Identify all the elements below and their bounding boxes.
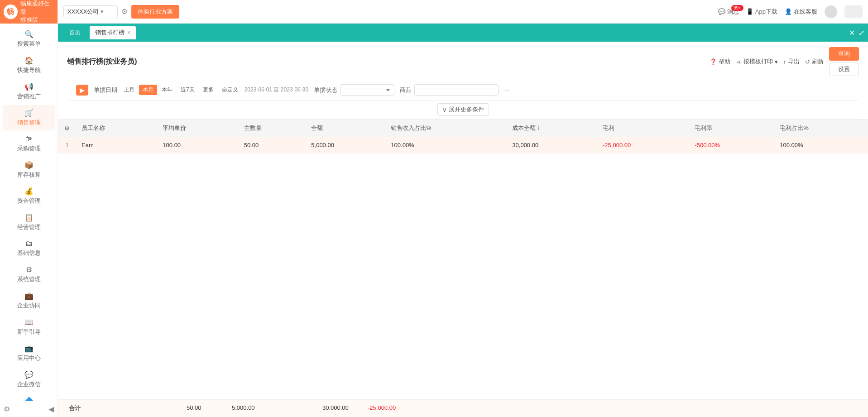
refresh-link[interactable]: ↺ 刷新 bbox=[805, 58, 824, 66]
page-content: 销售排行榜(按业务员) ❓ 帮助 🖨 按模板打印 ▾ ↑ 导出 bbox=[58, 42, 868, 417]
sidebar-item-label: 采购管理 bbox=[17, 144, 41, 153]
col-settings[interactable]: ⚙ bbox=[58, 120, 76, 137]
gross-rate-cell: -500.00% bbox=[689, 137, 774, 153]
sidebar-item-basicinfo[interactable]: 🗂 基础信息 bbox=[3, 236, 55, 261]
tab-sales-ranking[interactable]: 销售排行榜 × bbox=[90, 26, 136, 39]
sales-pct-cell: 100.00% bbox=[385, 137, 507, 153]
tabbar-right: ✕ ⤢ bbox=[849, 29, 864, 37]
app-download-label: App下载 bbox=[755, 8, 777, 16]
marketing-icon: 📢 bbox=[24, 82, 34, 91]
tab-home[interactable]: 首页 bbox=[62, 24, 88, 42]
col-gross-rate: 毛利率 bbox=[689, 120, 774, 137]
service-icon: 👤 bbox=[785, 8, 792, 15]
sidebar-item-member[interactable]: 🔷 畅会员 bbox=[3, 393, 55, 401]
table-header-row: ⚙ 员工名称 平均单价 主数量 全额 销售收入占比% 成本全额 ℹ 毛利 毛利率… bbox=[58, 120, 868, 137]
sidebar-item-guide[interactable]: 📖 新手引导 bbox=[3, 314, 55, 340]
date-tabs: 上月 本月 本年 近7天 更多 自定义 bbox=[120, 85, 242, 95]
status-select[interactable] bbox=[340, 84, 394, 96]
system-icon: ⚙ bbox=[26, 265, 32, 274]
print-icon: 🖨 bbox=[736, 58, 742, 65]
filter-tab-7days[interactable]: 近7天 bbox=[177, 85, 198, 95]
filter-tab-current-year[interactable]: 本年 bbox=[158, 85, 176, 95]
footer-cost: 30,000.00 bbox=[317, 404, 362, 412]
sidebar-item-label: 经营管理 bbox=[17, 223, 41, 231]
sidebar-item-management[interactable]: 📋 经营管理 bbox=[3, 210, 55, 235]
appstore-icon: 📺 bbox=[24, 344, 34, 353]
logo-icon: 畅 bbox=[4, 5, 18, 19]
phone-icon: 📱 bbox=[746, 8, 753, 15]
collapse-icon[interactable]: ◀ bbox=[48, 405, 54, 413]
filter-tab-custom[interactable]: 自定义 bbox=[218, 85, 242, 95]
guide-icon: 📖 bbox=[24, 318, 34, 326]
sidebar-item-label: 应用中心 bbox=[17, 354, 41, 362]
app-download-item[interactable]: 📱 App下载 bbox=[746, 8, 777, 16]
col-cost: 成本全额 ℹ bbox=[507, 120, 597, 137]
table-row: 1 Eam 100.00 50.00 5,000.00 100.00% 30,0… bbox=[58, 137, 868, 153]
sidebar-item-marketing[interactable]: 📢 营销推广 bbox=[3, 79, 55, 104]
setting-button[interactable]: 设置 bbox=[829, 62, 859, 76]
sidebar-item-enterprise[interactable]: 💼 企业协同 bbox=[3, 288, 55, 313]
avatar-text[interactable] bbox=[844, 5, 863, 18]
message-badge-item[interactable]: 💬 消息 99+ bbox=[718, 8, 739, 16]
basicinfo-icon: 🗂 bbox=[25, 240, 33, 248]
chevron-print-icon: ▾ bbox=[775, 58, 778, 65]
sidebar-item-label: 资金管理 bbox=[17, 197, 41, 205]
sidebar-item-quicknav[interactable]: 🏠 快捷导航 bbox=[3, 53, 55, 78]
col-main-qty: 主数量 bbox=[239, 120, 306, 137]
cost-info-icon[interactable]: ℹ bbox=[537, 125, 540, 131]
filter-bar: ▶ 单据日期 上月 本月 本年 近7天 更多 自定义 2023-06-01 至 … bbox=[67, 80, 859, 101]
col-avg-price: 平均单价 bbox=[157, 120, 238, 137]
help-link[interactable]: ❓ 帮助 bbox=[710, 58, 730, 66]
footer-sales-pct bbox=[272, 404, 317, 412]
template-print-link[interactable]: 🖨 按模板打印 ▾ bbox=[736, 58, 778, 66]
inventory-icon: 📦 bbox=[24, 161, 34, 169]
topbar: XXXXX公司 ▾ ⚙ 体验行业方案 💬 消息 99+ 📱 App下载 👤 在线… bbox=[58, 0, 868, 24]
company-name: XXXXX公司 bbox=[67, 8, 99, 16]
filter-tab-current-month[interactable]: 本月 bbox=[139, 85, 157, 95]
status-filter-label: 单据状态 bbox=[314, 86, 337, 94]
management-icon: 📋 bbox=[24, 213, 34, 222]
filter-tab-more[interactable]: 更多 bbox=[199, 85, 217, 95]
filter-collapse-button[interactable]: ▶ bbox=[76, 85, 88, 96]
sidebar-item-label: 销售管理 bbox=[17, 119, 41, 127]
company-selector[interactable]: XXXXX公司 ▾ bbox=[63, 5, 118, 18]
col-employee-name: 员工名称 bbox=[76, 120, 157, 137]
goods-filter-label: 商品 bbox=[400, 86, 412, 94]
sidebar-item-label: 企业微信 bbox=[17, 380, 41, 388]
gear-settings-icon[interactable]: ⚙ bbox=[121, 7, 128, 16]
sidebar-item-label: 基础信息 bbox=[17, 249, 41, 257]
expand-conditions-button[interactable]: ∨ 展开更多条件 bbox=[437, 103, 489, 116]
more-conditions-dots[interactable]: ··· bbox=[504, 86, 510, 94]
filter-tab-prev-month[interactable]: 上月 bbox=[120, 85, 138, 95]
sidebar-item-label: 搜索菜单 bbox=[17, 40, 41, 48]
close-window-icon[interactable]: ✕ bbox=[849, 29, 855, 37]
sidebar-item-search[interactable]: 🔍 搜索菜单 bbox=[3, 26, 55, 52]
main-qty-cell: 50.00 bbox=[239, 137, 306, 153]
online-service-item[interactable]: 👤 在线客服 bbox=[785, 8, 817, 16]
chevron-down-icon: ▾ bbox=[101, 8, 104, 15]
sidebar: 畅 畅康通好生意 标准版 🔍 搜索菜单 🏠 快捷导航 📢 营销推广 🛒 销售管理… bbox=[0, 0, 58, 417]
sidebar-item-system[interactable]: ⚙ 系统管理 bbox=[3, 262, 55, 287]
avatar[interactable] bbox=[825, 5, 837, 18]
gross-pct-cell: 100.00% bbox=[774, 137, 868, 153]
wechat-icon: 💬 bbox=[24, 370, 34, 379]
export-link[interactable]: ↑ 导出 bbox=[783, 58, 800, 66]
sidebar-item-purchase[interactable]: 🛍 采购管理 bbox=[3, 131, 55, 156]
sidebar-item-appstore[interactable]: 📺 应用中心 bbox=[3, 340, 55, 366]
sidebar-item-wechat[interactable]: 💬 企业微信 bbox=[3, 367, 55, 392]
sidebar-item-inventory[interactable]: 📦 库存核算 bbox=[3, 157, 55, 182]
expand-more-row: ∨ 展开更多条件 bbox=[67, 101, 859, 119]
trial-button[interactable]: 体验行业方案 bbox=[131, 5, 179, 19]
sidebar-item-sales[interactable]: 🛒 销售管理 bbox=[3, 105, 55, 130]
footer-gross-profit: -25,000.00 bbox=[362, 404, 408, 412]
sidebar-item-label: 企业协同 bbox=[17, 302, 41, 310]
table-footer: 合计 50.00 5,000.00 30,000.00 -25,000.00 bbox=[58, 399, 868, 417]
cost-cell: 30,000.00 bbox=[507, 137, 597, 153]
restore-icon[interactable]: ⤢ bbox=[858, 29, 864, 37]
refresh-icon: ↺ bbox=[805, 58, 810, 65]
settings-icon[interactable]: ⚙ bbox=[4, 405, 10, 413]
sidebar-item-finance[interactable]: 💰 资金管理 bbox=[3, 183, 55, 209]
goods-input[interactable] bbox=[414, 84, 499, 96]
tab-close-icon[interactable]: × bbox=[127, 29, 130, 36]
query-button[interactable]: 查询 bbox=[829, 47, 859, 61]
